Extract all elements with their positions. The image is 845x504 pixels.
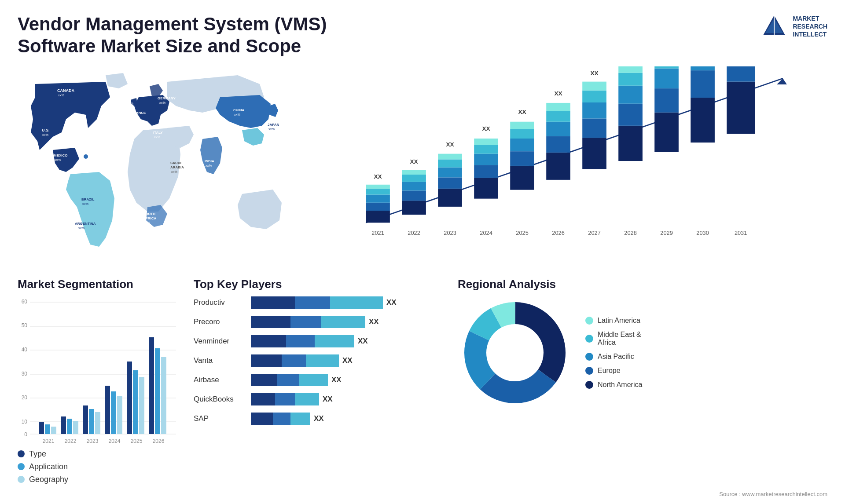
svg-text:XX: XX xyxy=(410,158,418,165)
svg-text:20: 20 xyxy=(22,394,28,401)
logo-text: MARKET RESEARCH INTELLECT xyxy=(793,15,827,39)
bottom-section: Market Segmentation 60 50 40 30 20 10 0 xyxy=(0,269,845,504)
svg-rect-91 xyxy=(618,66,643,73)
svg-rect-67 xyxy=(510,151,534,166)
svg-text:2027: 2027 xyxy=(588,229,600,236)
svg-rect-150 xyxy=(149,337,154,434)
player-row: Precoro XX xyxy=(194,315,449,329)
svg-rect-45 xyxy=(402,201,426,215)
svg-rect-90 xyxy=(618,73,643,85)
svg-text:2026: 2026 xyxy=(552,229,564,236)
svg-rect-59 xyxy=(474,178,498,198)
svg-text:xx%: xx% xyxy=(127,102,134,106)
svg-text:xx%: xx% xyxy=(144,221,151,225)
svg-text:2026: 2026 xyxy=(153,438,165,444)
legend-type: Type xyxy=(18,449,185,459)
svg-rect-88 xyxy=(618,104,643,126)
logo-icon xyxy=(761,13,787,40)
svg-rect-135 xyxy=(39,422,44,434)
svg-rect-97 xyxy=(654,66,679,69)
svg-text:XX: XX xyxy=(374,173,382,180)
svg-text:30: 30 xyxy=(22,371,28,377)
donut-chart xyxy=(458,296,572,410)
svg-text:SOUTH: SOUTH xyxy=(143,212,155,216)
svg-rect-66 xyxy=(510,166,534,190)
svg-rect-140 xyxy=(73,421,78,434)
svg-rect-82 xyxy=(582,102,606,118)
svg-text:2029: 2029 xyxy=(660,229,672,236)
svg-rect-149 xyxy=(139,377,144,434)
top-section: CANADA xx% U.S. xx% MEXICO xx% BRAZIL xx… xyxy=(0,62,845,269)
svg-rect-152 xyxy=(161,357,166,434)
svg-rect-61 xyxy=(474,153,498,165)
svg-text:xx%: xx% xyxy=(55,158,61,162)
svg-rect-84 xyxy=(582,81,606,90)
svg-text:xx%: xx% xyxy=(171,170,178,174)
svg-text:SPAIN: SPAIN xyxy=(130,124,140,128)
svg-rect-94 xyxy=(654,113,679,152)
svg-text:2025: 2025 xyxy=(131,438,143,444)
segmentation-legend: Type Application Geography xyxy=(18,449,185,484)
svg-text:2031: 2031 xyxy=(735,229,747,236)
logo: MARKET RESEARCH INTELLECT xyxy=(761,13,827,40)
svg-rect-83 xyxy=(582,90,606,102)
svg-text:XX: XX xyxy=(518,108,526,115)
svg-rect-60 xyxy=(474,165,498,178)
legend-asia-pacific: Asia Pacific xyxy=(585,353,642,361)
svg-rect-69 xyxy=(510,129,534,139)
svg-text:50: 50 xyxy=(22,322,28,329)
svg-rect-145 xyxy=(111,391,116,434)
svg-text:xx%: xx% xyxy=(42,133,49,137)
svg-text:xx%: xx% xyxy=(159,101,166,105)
svg-text:2022: 2022 xyxy=(408,229,420,236)
svg-text:INDIA: INDIA xyxy=(205,159,214,163)
bar-chart-svg: XX 2021 XX 2022 XX 2023 XX 20 xyxy=(330,66,819,247)
svg-text:SAUDI: SAUDI xyxy=(170,161,181,165)
svg-text:2022: 2022 xyxy=(65,438,77,444)
svg-text:FRANCE: FRANCE xyxy=(131,111,146,115)
svg-rect-80 xyxy=(582,138,606,169)
legend-latin-america: Latin America xyxy=(585,317,642,325)
svg-text:40: 40 xyxy=(22,347,28,353)
svg-rect-39 xyxy=(366,203,390,211)
svg-text:xx%: xx% xyxy=(58,93,65,97)
svg-rect-89 xyxy=(618,86,643,104)
svg-rect-141 xyxy=(83,405,88,434)
svg-text:BRAZIL: BRAZIL xyxy=(81,197,94,201)
svg-rect-138 xyxy=(61,416,66,434)
top-key-players: Top Key Players Productiv XX Precoro XX xyxy=(194,278,449,504)
player-row: Vanta XX xyxy=(194,354,449,368)
svg-rect-137 xyxy=(51,427,56,434)
svg-text:xx%: xx% xyxy=(234,113,241,117)
svg-rect-95 xyxy=(654,88,679,113)
svg-rect-47 xyxy=(402,182,426,190)
svg-rect-87 xyxy=(618,126,643,161)
svg-rect-147 xyxy=(127,362,132,434)
svg-text:XX: XX xyxy=(446,141,454,148)
svg-rect-56 xyxy=(438,153,462,159)
svg-rect-75 xyxy=(546,122,570,136)
svg-rect-76 xyxy=(546,111,570,122)
svg-text:xx%: xx% xyxy=(132,115,139,119)
svg-point-3 xyxy=(84,154,88,159)
svg-rect-40 xyxy=(366,194,390,202)
svg-text:2030: 2030 xyxy=(696,229,709,236)
svg-text:60: 60 xyxy=(22,299,28,305)
map-svg: CANADA xx% U.S. xx% MEXICO xx% BRAZIL xx… xyxy=(18,62,308,260)
svg-text:2021: 2021 xyxy=(43,438,55,444)
svg-rect-108 xyxy=(727,81,755,133)
legend-europe: Europe xyxy=(585,367,642,375)
svg-rect-142 xyxy=(89,409,94,434)
svg-text:xx%: xx% xyxy=(82,202,89,206)
segmentation-title: Market Segmentation xyxy=(18,278,185,291)
svg-text:JAPAN: JAPAN xyxy=(268,123,279,127)
svg-rect-55 xyxy=(438,159,462,167)
svg-rect-54 xyxy=(438,167,462,177)
legend-application: Application xyxy=(18,462,185,471)
svg-rect-102 xyxy=(691,70,715,98)
svg-rect-139 xyxy=(67,419,72,434)
svg-rect-146 xyxy=(117,396,122,434)
svg-text:XX: XX xyxy=(554,90,562,96)
player-row: Airbase XX xyxy=(194,373,449,387)
legend-middle-east-africa: Middle East &Africa xyxy=(585,331,642,347)
